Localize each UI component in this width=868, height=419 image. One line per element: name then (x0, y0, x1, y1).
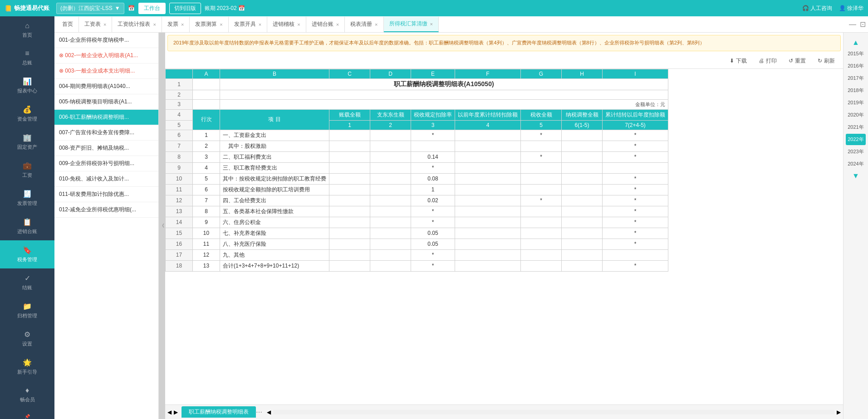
sidebar-item-invoice-mgmt[interactable]: 🧾 发票管理 (0, 184, 54, 212)
refresh-button[interactable]: ↻ 刷新 (814, 56, 839, 66)
left-panel-item-009[interactable]: 009-企业所得税弥补亏损明细... (54, 156, 158, 171)
sub-header-g: 5 (521, 120, 562, 130)
next-sheet-icon[interactable]: ▶ (174, 409, 178, 415)
left-panel-item-012[interactable]: 012-减免企业所得税优惠明细(... (54, 202, 158, 218)
reset-icon: ↺ (789, 58, 793, 64)
app-logo: 📒 畅捷通易代账 (5, 4, 49, 12)
sub-header-f: 4 (455, 120, 521, 130)
left-panel-item-011[interactable]: 011-研发费用加计扣除优惠... (54, 187, 158, 202)
tab-close-invoice[interactable]: × (181, 22, 184, 27)
logo-icon: 📒 (5, 5, 12, 12)
left-panel-item-005[interactable]: 005-纳税调整项目明细表(A1... (54, 94, 158, 110)
sidebar-item-payroll[interactable]: 💼 工资 (0, 156, 54, 184)
tab-purchase-verify[interactable]: 进销稽核 × (267, 17, 306, 32)
horizontal-scrollbar[interactable] (273, 410, 834, 414)
company-selector[interactable]: (勿删）江西皖宝-LSS ▼ (56, 3, 124, 14)
reset-button[interactable]: ↺ 重置 (785, 56, 809, 66)
year-2024[interactable]: 2024年 (846, 158, 866, 170)
left-panel-item-001[interactable]: 001-企业所得税年度纳税申... (54, 33, 158, 48)
sidebar-item-tax-mgmt[interactable]: 🔖 税务管理 (0, 240, 54, 268)
year-2017[interactable]: 2017年 (846, 73, 866, 84)
sidebar-item-fixed-assets[interactable]: 🏢 固定资产 (0, 128, 54, 156)
headset-icon: 🎧 (802, 5, 809, 11)
year-2016[interactable]: 2016年 (846, 60, 866, 72)
tab-close-payroll-report[interactable]: × (153, 22, 156, 27)
tab-payroll-report[interactable]: 工资统计报表 × (112, 17, 162, 32)
left-panel-item-004[interactable]: 004-期间费用明细表(A1040... (54, 79, 158, 94)
download-button[interactable]: ⬇ 下载 (726, 56, 750, 66)
year-2018[interactable]: 2018年 (846, 85, 866, 96)
tab-close-tax-clear[interactable]: × (375, 22, 378, 27)
left-panel-item-003[interactable]: ⊗ 003-一般企业成本支出明细... (54, 63, 158, 79)
bottom-tab-payroll[interactable]: 职工薪酬纳税调整明细表 (181, 406, 256, 418)
left-panel-item-006[interactable]: 006-职工薪酬纳税调整明细... (54, 110, 158, 125)
tab-purchase-ledger[interactable]: 进销台账 × (306, 17, 345, 32)
col-header-H: H (562, 69, 603, 78)
service-link[interactable]: 🎧 人工咨询 (802, 5, 832, 12)
tab-close-payroll[interactable]: × (103, 22, 106, 27)
tab-bar: 首页 工资表 × 工资统计报表 × 发票 × 发票测算 × (54, 16, 868, 33)
minimize-icon[interactable]: — (849, 20, 856, 29)
year-2023[interactable]: 2023年 (846, 146, 866, 157)
tab-payroll[interactable]: 工资表 × (79, 17, 112, 32)
switch-period-button[interactable]: 切到旧版 (169, 3, 201, 14)
cancel-fixed-button[interactable]: 📌 取消固定 (0, 409, 54, 419)
sidebar-item-ledger[interactable]: ≡ 总账 (0, 44, 54, 72)
year-scroll-up[interactable]: ▲ (851, 37, 861, 48)
tab-tax-clear[interactable]: 税表清册 × (345, 17, 383, 32)
col-header-A: A (193, 69, 220, 78)
sidebar-bottom: 🌟 新手引导 ♦ 畅会员 📌 取消固定 (0, 353, 54, 419)
year-2015[interactable]: 2015年 (846, 48, 866, 59)
top-bar: 📒 畅捷通易代账 (勿删）江西皖宝-LSS ▼ 📅 工作台 切到旧版 账期 20… (0, 0, 868, 16)
tab-invoice[interactable]: 发票 × (162, 17, 190, 32)
tab-income-tax[interactable]: 所得税汇算清缴 × (384, 17, 439, 32)
col-d-header: 支东东生额 (370, 109, 411, 120)
year-panel: ▲ 2015年 2016年 2017年 2018年 2019年 2020年 20… (843, 33, 868, 419)
tab-close-purchase-verify[interactable]: × (297, 22, 300, 27)
print-button[interactable]: 🖨 打印 (755, 56, 780, 66)
left-panel-item-008[interactable]: 008-资产折旧、摊销及纳税... (54, 141, 158, 156)
sidebar-item-home[interactable]: ⌂ 首页 (0, 16, 54, 44)
left-panel-item-010[interactable]: 010-免税、减计收入及加计... (54, 171, 158, 187)
period-info: 账期 2023-02 📅 (205, 5, 245, 12)
sidebar-item-settings[interactable]: ⚙ 设置 (0, 325, 54, 353)
sidebar-item-newbie[interactable]: 🌟 新手引导 (0, 353, 54, 381)
sidebar-item-archive[interactable]: 📁 归档管理 (0, 297, 54, 325)
spreadsheet-container[interactable]: A B C D E F G H I (165, 69, 843, 404)
tab-invoice-calc[interactable]: 发票测算 × (190, 17, 228, 32)
year-2022[interactable]: 2022年 (846, 134, 866, 145)
maximize-icon[interactable]: ⊡ (860, 20, 866, 29)
user-info[interactable]: 👤 徐泽华 (839, 5, 863, 12)
scroll-right-icon[interactable]: ▶ (837, 409, 841, 415)
table-row: 10 5 其中：按税收规定比例扣除的职工教育经费 0.08 * (166, 173, 668, 184)
workbench-button[interactable]: 工作台 (138, 3, 166, 14)
bottom-tab-bar: ◀ ▶ 职工薪酬纳税调整明细表 ⋯ ◀ ▶ (165, 404, 843, 419)
tab-close-invoice-open[interactable]: × (259, 22, 261, 27)
sidebar-item-report[interactable]: 📊 报表中心 (0, 72, 54, 100)
prev-sheet-icon[interactable]: ◀ (167, 409, 172, 415)
main-area: ⌂ 首页 ≡ 总账 📊 报表中心 💰 资金管理 🏢 固定资产 💼 工资 (0, 16, 868, 419)
year-2021[interactable]: 2021年 (846, 122, 866, 133)
panel-collapse-button[interactable]: 《 (159, 33, 165, 419)
col-g-header: 税收全额 (521, 109, 562, 120)
scroll-left-icon[interactable]: ◀ (267, 409, 271, 415)
year-2019[interactable]: 2019年 (846, 97, 866, 108)
member-icon: ♦ (25, 386, 29, 395)
col-header-B: B (220, 69, 329, 78)
left-panel-item-007[interactable]: 007-广告宣传和业务宣传费障... (54, 125, 158, 141)
tab-close-invoice-calc[interactable]: × (220, 22, 222, 27)
fixed-assets-icon: 🏢 (23, 133, 32, 142)
sidebar-item-member[interactable]: ♦ 畅会员 (0, 381, 54, 409)
sidebar-item-assets-mgmt[interactable]: 💰 资金管理 (0, 100, 54, 128)
year-2020[interactable]: 2020年 (846, 109, 866, 121)
tab-close-income-tax[interactable]: × (430, 21, 433, 27)
sidebar-item-settle[interactable]: ✓ 结账 (0, 268, 54, 297)
tab-close-purchase-ledger[interactable]: × (336, 22, 339, 27)
tab-invoice-open[interactable]: 发票开具 × (229, 17, 267, 32)
left-panel-item-002[interactable]: ⊗ 002-一般企业收入明细表(A1... (54, 48, 158, 63)
table-row: 6 1 一、工资薪金支出 * * * (166, 130, 668, 141)
more-icon[interactable]: ⋯ (256, 409, 262, 416)
sidebar-item-purchase-sales[interactable]: 📋 进销台账 (0, 212, 54, 240)
year-scroll-down[interactable]: ▼ (851, 171, 861, 181)
tab-home[interactable]: 首页 (57, 17, 79, 32)
